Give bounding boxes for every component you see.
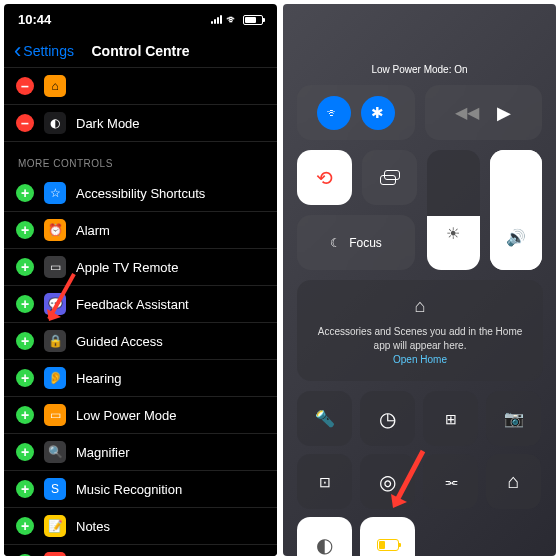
play-icon[interactable]: ▶ <box>497 102 511 124</box>
list-item[interactable]: +SMusic Recognition <box>4 471 277 508</box>
add-button[interactable]: + <box>16 480 34 498</box>
status-icons: ᯤ <box>211 12 263 27</box>
home-icon: ⌂ <box>311 294 529 319</box>
brightness-slider[interactable]: ☀ <box>427 150 480 270</box>
remove-button[interactable]: – <box>16 114 34 132</box>
qr-scanner-button[interactable]: ⊡ <box>297 454 352 509</box>
list-item[interactable]: – ⌂ <box>4 67 277 105</box>
sound-recognition-button[interactable]: ⫘ <box>423 454 478 509</box>
list-item[interactable]: +🔍Magnifier <box>4 434 277 471</box>
screen-record-button[interactable]: ◎ <box>360 454 415 509</box>
item-label: Sound Recognition <box>76 556 186 557</box>
calculator-icon: ⊞ <box>445 411 457 427</box>
list-item[interactable]: +👂Sound Recognition <box>4 545 277 556</box>
app-icon: 👂 <box>44 367 66 389</box>
camera-icon: 📷 <box>504 409 524 428</box>
add-button[interactable]: + <box>16 443 34 461</box>
volume-icon: 🔊 <box>506 228 526 247</box>
list-item[interactable]: +▭Low Power Mode <box>4 397 277 434</box>
list-item[interactable]: +💬Feedback Assistant <box>4 286 277 323</box>
brightness-icon: ☀ <box>446 224 460 243</box>
page-title: Control Centre <box>92 43 190 59</box>
rewind-icon[interactable]: ◀◀ <box>455 103 479 122</box>
status-bar: 10:44 ᯤ <box>4 4 277 35</box>
app-icon: ▭ <box>44 256 66 278</box>
app-icon: 🔍 <box>44 441 66 463</box>
screen-mirror-icon <box>380 170 400 185</box>
item-label: Apple TV Remote <box>76 260 178 275</box>
signal-icon <box>211 15 222 24</box>
app-icon: 📝 <box>44 515 66 537</box>
list-item[interactable]: +☆Accessibility Shortcuts <box>4 175 277 212</box>
home-button[interactable]: ⌂ <box>486 454 541 509</box>
flashlight-icon: 🔦 <box>315 409 335 428</box>
connectivity-tile[interactable]: ᯤ ✱ <box>297 85 415 140</box>
dark-mode-icon: ◐ <box>44 112 66 134</box>
dark-mode-icon: ◐ <box>316 533 333 556</box>
camera-button[interactable]: 📷 <box>486 391 541 446</box>
add-button[interactable]: + <box>16 332 34 350</box>
home-icon: ⌂ <box>507 470 519 493</box>
add-button[interactable]: + <box>16 406 34 424</box>
nav-bar: Settings Control Centre <box>4 35 277 67</box>
timer-button[interactable]: ◷ <box>360 391 415 446</box>
app-icon: ☆ <box>44 182 66 204</box>
volume-slider[interactable]: 🔊 <box>490 150 543 270</box>
app-icon: ▭ <box>44 404 66 426</box>
app-icon: 💬 <box>44 293 66 315</box>
add-button[interactable]: + <box>16 258 34 276</box>
item-label: Low Power Mode <box>76 408 176 423</box>
back-button[interactable]: Settings <box>14 43 74 59</box>
list-item[interactable]: +👂Hearing <box>4 360 277 397</box>
wifi-icon: ᯤ <box>226 12 239 27</box>
app-icon: ⏰ <box>44 219 66 241</box>
record-icon: ◎ <box>379 470 396 494</box>
settings-screen: 10:44 ᯤ Settings Control Centre – ⌂ – ◐ … <box>4 4 277 556</box>
battery-icon <box>377 539 399 551</box>
remove-button[interactable]: – <box>16 77 34 95</box>
app-icon: 🔒 <box>44 330 66 352</box>
low-power-mode-label: Low Power Mode: On <box>297 64 542 75</box>
list-item[interactable]: +⏰Alarm <box>4 212 277 249</box>
item-label: Music Recognition <box>76 482 182 497</box>
media-controls[interactable]: ◀◀ ▶ <box>425 85 543 140</box>
item-label: Alarm <box>76 223 110 238</box>
add-button[interactable]: + <box>16 369 34 387</box>
settings-list: – ⌂ – ◐ Dark Mode MORE CONTROLS +☆Access… <box>4 67 277 556</box>
home-icon: ⌂ <box>44 75 66 97</box>
sound-wave-icon: ⫘ <box>444 474 458 490</box>
flashlight-button[interactable]: 🔦 <box>297 391 352 446</box>
list-item[interactable]: – ◐ Dark Mode <box>4 105 277 142</box>
time: 10:44 <box>18 12 51 27</box>
add-button[interactable]: + <box>16 221 34 239</box>
add-button[interactable]: + <box>16 517 34 535</box>
qr-icon: ⊡ <box>319 474 331 490</box>
item-label: Guided Access <box>76 334 163 349</box>
list-item[interactable]: +🔒Guided Access <box>4 323 277 360</box>
add-button[interactable]: + <box>16 184 34 202</box>
control-centre-screen: Low Power Mode: On ᯤ ✱ ◀◀ ▶ ⟲ <box>283 4 556 556</box>
list-item[interactable]: +▭Apple TV Remote <box>4 249 277 286</box>
home-accessories-tile[interactable]: ⌂ Accessories and Scenes you add in the … <box>297 280 543 381</box>
open-home-link[interactable]: Open Home <box>311 353 529 367</box>
bluetooth-button[interactable]: ✱ <box>361 96 395 130</box>
dark-mode-button[interactable]: ◐ <box>297 517 352 556</box>
item-label: Magnifier <box>76 445 129 460</box>
low-power-mode-button[interactable] <box>360 517 415 556</box>
orientation-lock-button[interactable]: ⟲ <box>297 150 352 205</box>
timer-icon: ◷ <box>379 407 396 431</box>
wifi-button[interactable]: ᯤ <box>317 96 351 130</box>
focus-button[interactable]: ☾ Focus <box>297 215 415 270</box>
calculator-button[interactable]: ⊞ <box>423 391 478 446</box>
moon-icon: ☾ <box>330 236 341 250</box>
home-text: Accessories and Scenes you add in the Ho… <box>311 325 529 353</box>
add-button[interactable]: + <box>16 295 34 313</box>
screen-mirroring-button[interactable] <box>362 150 417 205</box>
list-item[interactable]: +📝Notes <box>4 508 277 545</box>
item-label: Hearing <box>76 371 122 386</box>
lock-rotation-icon: ⟲ <box>316 166 333 190</box>
item-label: Dark Mode <box>76 116 140 131</box>
app-icon: 👂 <box>44 552 66 556</box>
item-label: Notes <box>76 519 110 534</box>
add-button[interactable]: + <box>16 554 34 556</box>
